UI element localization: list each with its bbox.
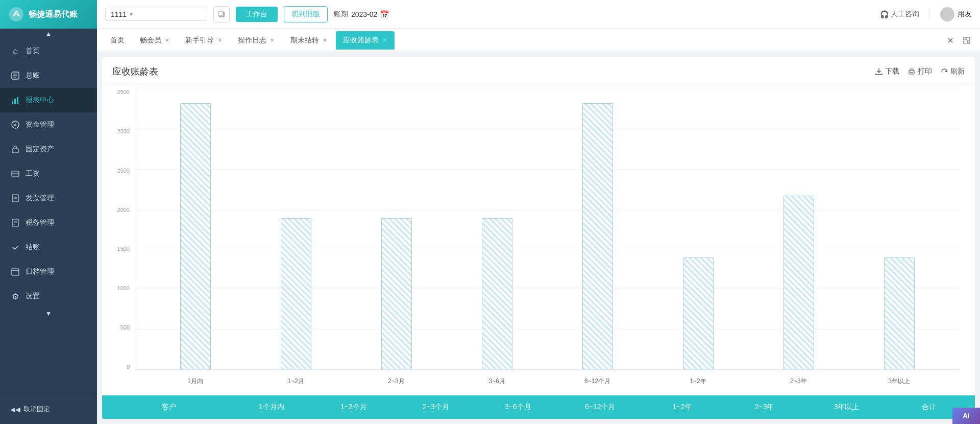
- headset-icon: 🎧: [880, 10, 889, 18]
- period-area: 账期 2023-02 📅: [334, 10, 389, 19]
- invoice-icon: [10, 193, 20, 203]
- bar-1-2year-bar: [683, 257, 714, 369]
- sidebar-item-salary[interactable]: 工资: [0, 161, 97, 186]
- x-label-1-2year: 1~2年: [648, 377, 748, 386]
- y-label-1500: 1500: [117, 246, 130, 252]
- sidebar-item-ledger[interactable]: 总账: [0, 63, 97, 88]
- th-1month: 1个月内: [230, 403, 312, 412]
- sidebar-item-assets[interactable]: 固定资产: [0, 137, 97, 161]
- tab-aging-close[interactable]: ×: [382, 37, 387, 44]
- tab-period-end-label: 期末结转: [290, 36, 319, 45]
- tab-home-label: 首页: [110, 36, 125, 45]
- sidebar-bottom: ◀◀ 取消固定: [0, 394, 97, 424]
- th-1-2month: 1~2个月: [312, 403, 395, 412]
- copy-button[interactable]: [213, 6, 230, 22]
- scroll-down-button[interactable]: ▼: [0, 309, 97, 319]
- x-label-3plus: 3年以上: [849, 377, 949, 386]
- scroll-up-button[interactable]: ▲: [0, 29, 97, 39]
- bar-6-12month-bar: [582, 103, 613, 369]
- svg-rect-14: [12, 171, 19, 176]
- tab-member[interactable]: 畅会员 ×: [133, 31, 177, 50]
- bar-1-2year: [648, 89, 748, 369]
- sidebar-item-tax[interactable]: 税务管理: [0, 210, 97, 235]
- tab-oplog-close[interactable]: ×: [270, 37, 275, 44]
- expand-tab-button[interactable]: [960, 33, 974, 48]
- x-label-1-2month: 1~2月: [246, 377, 346, 386]
- switch-version-button[interactable]: 切到旧版: [284, 6, 328, 22]
- sidebar-item-settings[interactable]: ⚙ 设置: [0, 284, 97, 309]
- avatar: [940, 7, 954, 21]
- header-right: 🎧 人工咨询 用友: [880, 7, 972, 21]
- bar-1month: [145, 89, 246, 369]
- sidebar-item-label: 资金管理: [26, 120, 54, 129]
- reports-icon: [10, 95, 20, 105]
- svg-rect-13: [12, 149, 18, 153]
- tab-guide[interactable]: 新手引导 ×: [178, 31, 230, 50]
- tab-period-end-close[interactable]: ×: [322, 37, 328, 44]
- tab-member-close[interactable]: ×: [164, 37, 170, 44]
- cancel-fixed-button[interactable]: ◀◀ 取消固定: [0, 399, 97, 419]
- sidebar-item-invoice[interactable]: 发票管理: [0, 186, 97, 210]
- calendar-icon[interactable]: 📅: [380, 10, 389, 18]
- print-label: 打印: [918, 67, 932, 76]
- svg-rect-26: [967, 41, 970, 43]
- y-axis: 0 500 1000 1500 2000 2500 2500 2500: [112, 89, 133, 370]
- th-2-3month: 2~3个月: [395, 403, 477, 412]
- settings-icon: ⚙: [10, 291, 20, 301]
- x-axis: 1月内 1~2月 2~3月 3~6月 6~12个月 1~2年 2~3年 3年以上: [135, 372, 960, 390]
- main-content: 首页 畅会员 × 新手引导 × 操作日志 × 期末结转 × 应收账龄表 ×: [97, 29, 980, 424]
- company-name: 1111: [111, 10, 127, 18]
- close-tab-button[interactable]: [943, 33, 958, 48]
- svg-text:¥: ¥: [13, 123, 17, 128]
- sidebar-item-label: 设置: [26, 292, 40, 301]
- sidebar-item-label: 税务管理: [26, 218, 54, 227]
- sidebar-item-home[interactable]: ⌂ 首页: [0, 39, 97, 63]
- y-label-1000: 1000: [117, 286, 130, 291]
- refresh-button[interactable]: 刷新: [940, 67, 965, 76]
- sidebar-item-label: 总账: [26, 71, 40, 80]
- y-label-2000: 2000: [117, 207, 130, 213]
- svg-rect-2: [218, 11, 223, 16]
- chart-wrapper: 0 500 1000 1500 2000 2500 2500 2500: [112, 89, 965, 390]
- sidebar-item-checkout[interactable]: 结账: [0, 235, 97, 260]
- bar-2-3month: [347, 89, 447, 369]
- bar-3plus-bar: [884, 257, 915, 369]
- logo-text: 畅捷通易代账: [29, 9, 78, 20]
- sidebar-item-reports[interactable]: 报表中心: [0, 88, 97, 112]
- tab-home[interactable]: 首页: [103, 31, 132, 50]
- tab-guide-close[interactable]: ×: [217, 37, 223, 44]
- tab-period-end[interactable]: 期末结转 ×: [283, 31, 335, 50]
- bar-2-3month-bar: [381, 218, 412, 369]
- ai-badge[interactable]: Ai: [952, 408, 980, 424]
- svg-rect-16: [12, 195, 18, 202]
- print-button[interactable]: 打印: [908, 67, 932, 76]
- tab-aging[interactable]: 应收账龄表 ×: [336, 31, 395, 50]
- sidebar-item-archive[interactable]: 归档管理: [0, 260, 97, 284]
- sidebar-item-label: 归档管理: [26, 267, 54, 276]
- company-selector[interactable]: 1111 ▾: [105, 8, 207, 21]
- chevron-down-icon: ▾: [130, 11, 133, 18]
- sidebar-item-label: 报表中心: [26, 96, 54, 105]
- user-area[interactable]: 用友: [940, 7, 972, 21]
- chart-plot: [135, 89, 960, 370]
- svg-point-3: [945, 11, 949, 15]
- sidebar-item-label: 固定资产: [26, 145, 54, 154]
- sidebar-item-label: 工资: [26, 169, 40, 178]
- download-button[interactable]: 下载: [875, 67, 899, 76]
- tab-oplog[interactable]: 操作日志 ×: [231, 31, 282, 50]
- workbench-button[interactable]: 工作台: [236, 7, 278, 22]
- chart-container: 0 500 1000 1500 2000 2500 2500 2500: [102, 84, 975, 395]
- x-label-6-12month: 6~12个月: [547, 377, 648, 386]
- logo: 畅捷通易代账: [0, 0, 97, 29]
- user-name: 用友: [958, 10, 972, 19]
- bar-3-6month-bar: [482, 218, 512, 369]
- tax-icon: [10, 218, 20, 228]
- y-label-500: 500: [120, 325, 130, 331]
- sidebar-item-label: 首页: [26, 46, 40, 56]
- svg-point-0: [9, 7, 23, 21]
- consult-button[interactable]: 🎧 人工咨询: [880, 10, 919, 19]
- sidebar-item-funds[interactable]: ¥ 资金管理: [0, 112, 97, 137]
- page-actions: 下载 打印 刷新: [875, 67, 965, 76]
- cancel-fixed-label: 取消固定: [23, 405, 50, 414]
- ledger-icon: [10, 70, 20, 81]
